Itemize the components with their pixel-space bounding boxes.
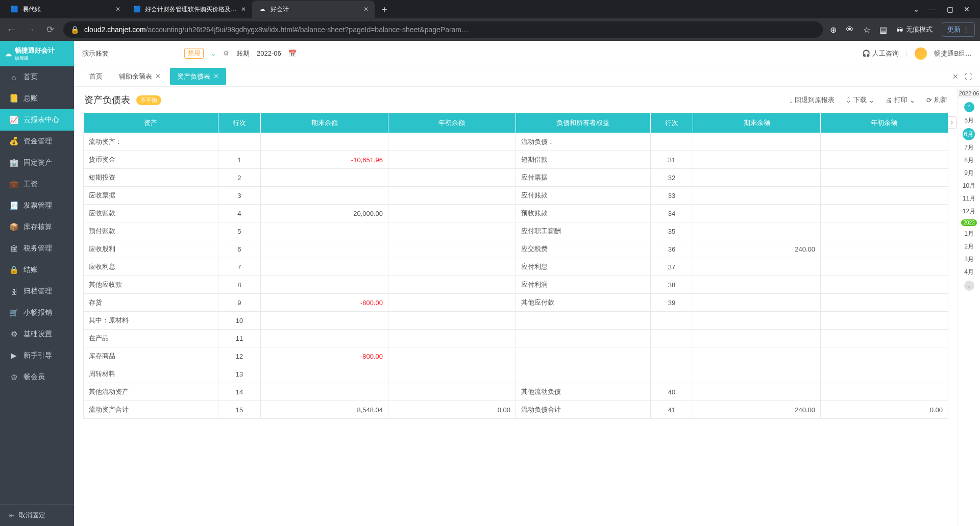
scroll-right-icon[interactable]: › xyxy=(947,116,957,129)
sidebar-item-4[interactable]: 🏢固定资产 xyxy=(0,152,74,173)
month-2月[interactable]: 2月 xyxy=(964,240,974,253)
page-tab-close-icon[interactable]: ✕ xyxy=(155,72,161,80)
page-tab-1[interactable]: 辅助余额表✕ xyxy=(112,68,168,85)
page-tab-0[interactable]: 首页 xyxy=(82,68,110,85)
table-row[interactable]: 应收票据3应付账款33 xyxy=(84,187,948,205)
table-row[interactable]: 其中：原材料10 xyxy=(84,312,948,330)
account-selector[interactable]: 演示账套 xyxy=(82,49,109,58)
table-wrapper[interactable]: › 资产行次期末余额年初余额负债和所有者权益行次期末余额年初余额 流动资产：流动… xyxy=(74,113,958,526)
table-row[interactable]: 货币资金1-10,651.96短期借款31 xyxy=(84,151,948,169)
support-link[interactable]: 🎧 人工咨询 xyxy=(862,49,899,58)
table-row[interactable]: 应收股利6应交税费36240.00 xyxy=(84,240,948,258)
month-9月[interactable]: 9月 xyxy=(963,167,975,180)
tab-close-icon[interactable]: ✕ xyxy=(363,6,369,13)
sidebar-pin-toggle[interactable]: ⇤ 取消固定 xyxy=(0,504,74,526)
sidebar-item-3[interactable]: 💰资金管理 xyxy=(0,131,74,152)
calendar-icon[interactable]: 📅 xyxy=(288,49,297,57)
nav-back-icon[interactable]: ← xyxy=(5,24,17,35)
month-6月[interactable]: 6月 xyxy=(963,128,975,140)
table-row[interactable]: 流动资产：流动负债： xyxy=(84,133,948,151)
new-tab-button[interactable]: ＋ xyxy=(375,3,394,15)
table-row[interactable]: 在产品11 xyxy=(84,330,948,347)
sidebar-item-14[interactable]: ♔畅会员 xyxy=(0,366,74,388)
sidebar-item-11[interactable]: 🛒小畅报销 xyxy=(0,302,74,323)
brand-logo[interactable]: ☁ 畅捷通好会计 旗舰版 xyxy=(0,41,74,66)
sidebar-item-13[interactable]: ▶新手引导 xyxy=(0,345,74,366)
star-icon[interactable]: ☆ xyxy=(863,25,870,35)
nav-forward-icon[interactable]: → xyxy=(24,24,37,35)
month-3月[interactable]: 3月 xyxy=(964,253,974,266)
nav-icon: ⌂ xyxy=(9,73,18,82)
zoom-icon[interactable]: ⊕ xyxy=(830,25,837,35)
table-row[interactable]: 短期投资2应付票据32 xyxy=(84,169,948,187)
page-tab-2[interactable]: 资产负债表✕ xyxy=(170,68,226,85)
month-8月[interactable]: 8月 xyxy=(963,154,975,167)
table-row[interactable]: 应收账款420,000.00预收账款34 xyxy=(84,205,948,222)
table-row[interactable]: 其他应收款8应付利润38 xyxy=(84,276,948,294)
sidebar-item-1[interactable]: 📒总账 xyxy=(0,88,74,109)
month-5月[interactable]: 5月 xyxy=(963,114,975,127)
sidebar-item-10[interactable]: 🗄归档管理 xyxy=(0,281,74,302)
sidebar-item-12[interactable]: ⚙基础设置 xyxy=(0,323,74,345)
tab-close-icon[interactable]: ✕ xyxy=(241,6,246,13)
sidebar-item-9[interactable]: 🔒结账 xyxy=(0,259,74,281)
table-row[interactable]: 库存商品12-800.00 xyxy=(84,347,948,365)
gear-icon[interactable]: ⚙ xyxy=(223,49,229,57)
table-row[interactable]: 周转材料13 xyxy=(84,365,948,383)
update-button[interactable]: 更新 ⋮ xyxy=(942,22,975,37)
sidebar-item-5[interactable]: 💼工资 xyxy=(0,173,74,195)
refresh-button[interactable]: ⟳ 刷新 xyxy=(926,95,947,105)
table-row[interactable]: 应收利息7应付利息37 xyxy=(84,258,948,276)
month-7月[interactable]: 7月 xyxy=(963,141,975,154)
page-tab-close-icon[interactable]: ✕ xyxy=(213,72,219,80)
month-12月[interactable]: 12月 xyxy=(963,205,975,218)
table-row[interactable]: 存货9-800.00其他应付款39 xyxy=(84,294,948,312)
col-header: 年初余额 xyxy=(820,113,948,133)
disabled-tag[interactable]: 禁用 xyxy=(184,48,204,59)
cell xyxy=(820,222,948,240)
table-row[interactable]: 流动资产合计158,548.040.00流动负债合计41240.000.00 xyxy=(84,401,948,419)
sidebar-item-0[interactable]: ⌂首页 xyxy=(0,66,74,88)
nav-icon: 💰 xyxy=(9,137,18,146)
tab-close-icon[interactable]: ✕ xyxy=(115,6,120,13)
username[interactable]: 畅捷通B组… xyxy=(934,49,972,58)
cell: 预收账款 xyxy=(516,205,650,222)
avatar[interactable] xyxy=(915,47,927,60)
table-row[interactable]: 其他流动资产14其他流动负债40 xyxy=(84,383,948,401)
download-button[interactable]: ⇩ 下载 ⌄ xyxy=(846,95,874,105)
month-4月[interactable]: 4月 xyxy=(964,266,974,279)
rail-down-icon[interactable]: ⌄ xyxy=(964,281,974,291)
browser-tab-0[interactable]: 🟦易代账✕ xyxy=(4,1,127,18)
fullscreen-icon[interactable]: ⛶ xyxy=(965,72,972,81)
table-row[interactable]: 预付账款5应付职工薪酬35 xyxy=(84,222,948,240)
month-11月[interactable]: 11月 xyxy=(963,192,975,205)
sidebar-item-2[interactable]: 📈云报表中心 xyxy=(0,109,74,131)
eye-off-icon[interactable]: 👁 xyxy=(846,25,854,34)
rail-up-icon[interactable]: ⌃ xyxy=(964,102,974,112)
period-value[interactable]: 2022-06 xyxy=(257,49,281,57)
address-row: ← → ⟳ 🔒 cloud2.chanjet.com/accounting/uh… xyxy=(0,18,980,41)
window-minimize-icon[interactable]: — xyxy=(929,5,937,13)
nav-reload-icon[interactable]: ⟳ xyxy=(44,24,56,35)
window-dropdown-icon[interactable]: ⌄ xyxy=(913,5,919,13)
print-button[interactable]: 🖨 打印 ⌄ xyxy=(886,95,915,105)
sidebar-item-6[interactable]: 🧾发票管理 xyxy=(0,195,74,216)
browser-tab-2[interactable]: ☁好会计✕ xyxy=(252,1,375,18)
window-maximize-icon[interactable]: ▢ xyxy=(947,5,953,13)
address-bar[interactable]: 🔒 cloud2.chanjet.com/accounting/uh26t264… xyxy=(63,21,823,38)
col-header: 资产 xyxy=(84,113,218,133)
month-10月[interactable]: 10月 xyxy=(963,180,975,192)
cell xyxy=(388,365,516,383)
year-chip[interactable]: 2022.06 xyxy=(957,89,980,98)
sidebar-item-8[interactable]: 🏛税务管理 xyxy=(0,238,74,259)
window-close-icon[interactable]: ✕ xyxy=(964,5,970,13)
sidebar-item-7[interactable]: 📦库存核算 xyxy=(0,216,74,238)
cell xyxy=(388,312,516,330)
browser-tab-1[interactable]: 🟦好会计财务管理软件购买价格及…✕ xyxy=(127,1,252,18)
close-tab-icon[interactable]: ✕ xyxy=(952,72,959,81)
month-1月[interactable]: 1月 xyxy=(964,228,974,240)
extension-icon[interactable]: ▤ xyxy=(879,25,887,35)
chevron-down-icon[interactable]: ⌄ xyxy=(211,50,216,57)
revert-button[interactable]: ↓ 回退到原报表 xyxy=(790,95,835,105)
cell xyxy=(693,365,821,383)
